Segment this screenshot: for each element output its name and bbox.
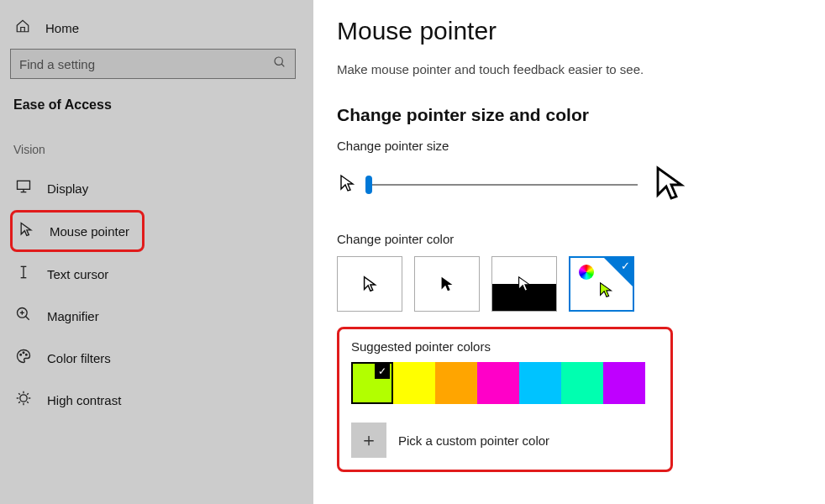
color-swatch[interactable] — [435, 362, 477, 404]
pick-custom-color-label: Pick a custom pointer color — [398, 433, 549, 448]
svg-rect-2 — [18, 181, 30, 189]
sidebar-item-display[interactable]: Display — [10, 168, 303, 208]
search-icon — [273, 55, 286, 72]
contrast-icon — [15, 390, 32, 410]
color-swatch[interactable] — [561, 362, 603, 404]
main-panel: Mouse pointer Make mouse pointer and tou… — [313, 0, 825, 504]
slider-thumb[interactable] — [365, 176, 372, 194]
pointer-size-slider[interactable] — [369, 175, 638, 195]
svg-line-23 — [27, 393, 29, 395]
cursor-preview-small-icon — [337, 173, 357, 197]
pointer-style-custom[interactable]: ✓ — [569, 256, 634, 312]
magnifier-icon — [15, 306, 32, 326]
pointer-style-options: ✓ — [337, 256, 801, 312]
monitor-icon — [15, 178, 32, 198]
pointer-size-label: Change pointer size — [337, 139, 801, 153]
svg-line-22 — [18, 402, 20, 403]
home-icon — [15, 18, 30, 37]
search-input[interactable] — [10, 49, 296, 79]
category-title: Ease of Access — [10, 97, 303, 113]
sidebar-item-mouse-pointer[interactable]: Mouse pointer — [10, 210, 145, 252]
section-title: Change pointer size and color — [337, 105, 801, 125]
sidebar-item-magnifier[interactable]: Magnifier — [10, 296, 303, 336]
sidebar-item-label: Magnifier — [47, 309, 99, 323]
pointer-style-black[interactable] — [414, 256, 480, 312]
svg-line-9 — [26, 317, 29, 320]
svg-point-15 — [20, 395, 27, 402]
svg-point-14 — [26, 354, 28, 356]
sidebar-item-label: Mouse pointer — [50, 224, 129, 239]
pointer-style-inverted[interactable] — [491, 256, 557, 312]
pick-custom-color-button[interactable]: ＋ Pick a custom pointer color — [351, 423, 659, 458]
svg-line-20 — [18, 393, 20, 395]
pointer-style-white[interactable] — [337, 256, 402, 312]
settings-sidebar: Home Ease of Access Vision Display Mouse… — [0, 0, 313, 504]
check-icon: ✓ — [621, 260, 630, 272]
page-title: Mouse pointer — [337, 17, 801, 45]
sidebar-item-label: Color filters — [47, 351, 111, 365]
palette-icon — [15, 348, 32, 368]
sidebar-item-high-contrast[interactable]: High contrast — [10, 380, 303, 420]
suggested-colors-panel: Suggested pointer colors ✓ ＋ Pick a cust… — [337, 327, 673, 472]
color-swatch[interactable] — [603, 362, 645, 404]
svg-point-0 — [275, 57, 282, 65]
group-vision-label: Vision — [10, 143, 303, 156]
nav-home[interactable]: Home — [10, 15, 303, 49]
nav-home-label: Home — [45, 21, 79, 35]
text-cursor-icon — [15, 264, 32, 284]
color-swatch[interactable]: ✓ — [351, 362, 393, 404]
svg-line-1 — [281, 64, 284, 66]
check-icon: ✓ — [375, 364, 390, 379]
sidebar-item-text-cursor[interactable]: Text cursor — [10, 254, 303, 294]
mouse-pointer-icon — [18, 221, 34, 241]
color-swatch[interactable] — [393, 362, 435, 404]
page-description: Make mouse pointer and touch feedback ea… — [337, 62, 801, 76]
sidebar-item-label: High contrast — [47, 393, 121, 407]
suggested-colors-label: Suggested pointer colors — [351, 339, 659, 354]
svg-point-12 — [20, 354, 22, 356]
color-swatch[interactable] — [477, 362, 519, 404]
pointer-size-row — [337, 163, 801, 207]
pointer-color-label: Change pointer color — [337, 232, 801, 246]
color-wheel-icon — [579, 265, 594, 280]
sidebar-item-label: Text cursor — [47, 267, 108, 281]
color-swatch-row: ✓ — [351, 362, 659, 404]
svg-line-21 — [27, 402, 29, 403]
svg-point-13 — [23, 352, 24, 354]
sidebar-item-color-filters[interactable]: Color filters — [10, 338, 303, 378]
search-container — [10, 49, 303, 79]
color-swatch[interactable] — [519, 362, 561, 404]
cursor-preview-large-icon — [649, 163, 690, 207]
plus-icon: ＋ — [351, 423, 386, 458]
sidebar-item-label: Display — [47, 181, 88, 196]
slider-track — [369, 184, 638, 186]
